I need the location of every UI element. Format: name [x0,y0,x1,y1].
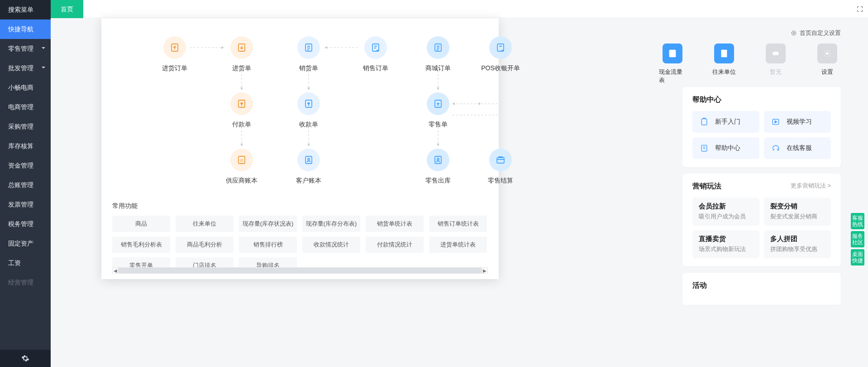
tab-home[interactable]: 首页 [51,0,83,18]
common-btn-1[interactable]: 往来单位 [176,216,234,232]
svg-point-1 [793,32,795,34]
common-functions-title: 常用功能 [112,202,499,210]
sidebar-item-wholesale[interactable]: 批发管理 [0,58,51,78]
tab-bar: 首页 [51,0,868,18]
sidebar-search[interactable]: 搜索菜单 [0,0,51,19]
svg-rect-8 [701,145,707,151]
sidebar-item-quicknav[interactable]: 快捷导航 [0,19,51,39]
shortcut-cashflow[interactable]: 现金流量表 [659,43,686,84]
main-area: 首页 首页自定义设置 现金流量表 往来单位 [51,0,868,367]
top-shortcut-row: 现金流量表 往来单位 暂无 设置 [659,43,841,84]
flow-node-purchase-bill[interactable]: 进货单 [208,36,275,72]
sidebar-item-manage[interactable]: 经营管理 [0,273,51,292]
svg-point-5 [826,52,829,55]
flow-node-retail-settle[interactable]: 零售结算 [467,149,534,185]
floater-community[interactable]: 服务社区 [851,231,864,247]
sidebar-item-retail[interactable]: 零售管理 [0,39,51,58]
sidebar-item-funds[interactable]: 资金管理 [0,156,51,175]
svg-point-0 [792,31,796,35]
play-icon [771,117,780,126]
sidebar-item-invoice[interactable]: 发票管理 [0,195,51,214]
sidebar-item-ledger[interactable]: 总账管理 [0,175,51,195]
common-btn-0[interactable]: 商品 [112,216,170,232]
doc-icon [700,144,709,153]
shortcut-contacts[interactable]: 往来单位 [711,43,738,84]
help-center-card: 帮助中心 新手入门 视频学习 帮助中心 在线客服 [682,87,841,167]
marketing-item-3[interactable]: 多人拼团拼团购物享受优惠 [764,230,831,258]
flow-node-sales-order[interactable]: 销售订单 [342,36,409,72]
common-btn-6[interactable]: 销售毛利分析表 [112,237,170,253]
flow-node-retail-bill[interactable]: 零售单 [405,92,472,129]
placeholder-icon [771,48,781,58]
clipboard-icon [700,117,709,126]
floater-hotline[interactable]: 客服热线 [851,213,864,229]
common-btn-9[interactable]: 收款情况统计 [302,237,360,253]
svg-rect-6 [701,119,707,125]
flyout-scrollbar[interactable]: ◀ ▶ [112,267,488,274]
sidebar-item-assets[interactable]: 固定资产 [0,234,51,253]
scroll-left-icon[interactable]: ◀ [113,268,118,273]
sidebar-item-purchase[interactable]: 采购管理 [0,117,51,136]
marketing-more-link[interactable]: 更多营销玩法 > [791,182,831,190]
fullscreen-button[interactable] [856,5,863,13]
gear-icon [822,48,832,58]
flow-node-customer-ledger[interactable]: 客户账本 [275,149,342,185]
help-item-chat[interactable]: 在线客服 [764,137,831,159]
svg-point-32 [437,158,439,160]
common-btn-5[interactable]: 销售订单统计表 [429,216,487,232]
common-btn-3[interactable]: 现存量(库存分布表) [302,216,360,232]
quick-nav-flyout: 进货订单 进货单 销货单 销售订单 商城订单 POS收银开单 付款单 收款单 零… [101,18,499,279]
building-icon [719,48,729,58]
floating-buttons: 客服热线 服务社区 桌面快捷 [851,213,864,266]
shortcut-settings[interactable]: 设置 [814,43,841,84]
svg-text:供: 供 [240,159,243,163]
common-btn-7[interactable]: 商品毛利分析 [176,237,234,253]
chevron-down-icon [42,47,45,49]
common-btn-11[interactable]: 进货单统计表 [429,237,487,253]
help-item-video[interactable]: 视频学习 [764,111,831,133]
sidebar-settings-button[interactable] [0,350,51,367]
sidebar-item-salary[interactable]: 工资 [0,253,51,273]
sidebar-item-tax[interactable]: 税务管理 [0,214,51,234]
flow-node-mall-order[interactable]: 商城订单 [405,36,472,72]
svg-rect-4 [773,52,779,55]
marketing-card: 更多营销玩法 > 营销玩法 会员拉新吸引用户成为会员 裂变分销裂变式发展分销商 … [682,174,841,266]
common-btn-2[interactable]: 现存量(库存状况表) [239,216,297,232]
marketing-item-0[interactable]: 会员拉新吸引用户成为会员 [692,198,759,226]
marketing-item-2[interactable]: 直播卖货场景式购物新玩法 [692,230,759,258]
scroll-right-icon[interactable]: ▶ [482,268,487,273]
shortcut-empty[interactable]: 暂无 [762,43,789,84]
activity-card: 活动 [682,273,841,305]
marketing-item-1[interactable]: 裂变分销裂变式发展分销商 [764,198,831,226]
flow-node-payment[interactable]: 付款单 [208,92,275,129]
help-item-center[interactable]: 帮助中心 [692,137,759,159]
target-icon [791,30,797,36]
svg-point-30 [308,158,310,160]
fullscreen-icon [856,5,863,13]
flow-node-pos[interactable]: POS收银开单 [467,36,534,72]
flow-node-supplier-ledger[interactable]: 供供应商账本 [208,149,275,185]
home-customize-link[interactable]: 首页自定义设置 [791,29,841,37]
help-item-newbie[interactable]: 新手入门 [692,111,759,133]
svg-rect-3 [721,50,727,58]
activity-title: 活动 [692,281,831,290]
sidebar-item-inventory[interactable]: 库存核算 [0,136,51,156]
svg-rect-33 [497,158,504,163]
headset-icon [771,144,780,153]
floater-desktop[interactable]: 桌面快捷 [851,249,864,266]
sidebar: 搜索菜单 快捷导航 零售管理 批发管理 小畅电商 电商管理 采购管理 库存核算 … [0,0,51,367]
flow-node-purchase-order[interactable]: 进货订单 [141,36,208,72]
common-functions-grid: 商品 往来单位 现存量(库存状况表) 现存量(库存分布表) 销货单统计表 销售订… [101,216,499,274]
gear-icon [21,354,29,362]
report-icon [668,48,677,58]
sidebar-item-ecom[interactable]: 电商管理 [0,97,51,117]
flow-node-retail-out[interactable]: 零售出库 [405,149,472,185]
sidebar-item-xiaochang[interactable]: 小畅电商 [0,78,51,97]
flow-node-receipt[interactable]: 收款单 [275,92,342,129]
chevron-down-icon [42,67,45,68]
common-btn-8[interactable]: 销售排行榜 [239,237,297,253]
common-btn-10[interactable]: 付款情况统计 [366,237,424,253]
common-btn-4[interactable]: 销货单统计表 [366,216,424,232]
help-center-title: 帮助中心 [692,95,831,105]
flow-node-sales-bill[interactable]: 销货单 [275,36,342,72]
